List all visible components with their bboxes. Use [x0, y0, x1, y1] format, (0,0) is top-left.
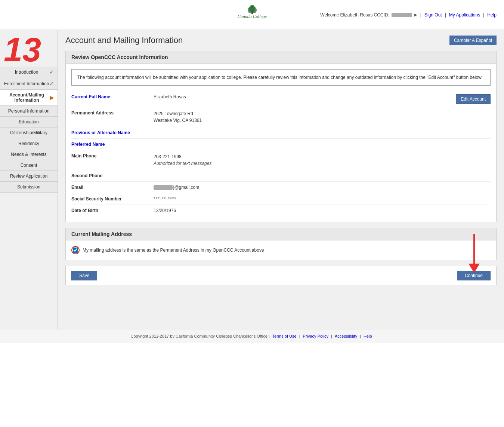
step-number: 13: [0, 30, 58, 67]
current-full-name-label: Current Full Name: [71, 94, 154, 99]
separator2: |: [445, 12, 446, 18]
welcome-text: Welcome Elizabeth Rosas CCCID:: [320, 12, 389, 18]
second-phone-label: Second Phone: [71, 173, 154, 178]
sidebar-item-citizenship-military[interactable]: Citizenship/Military: [0, 128, 58, 138]
email-masked: ██████: [154, 185, 173, 190]
permanent-address-label: Permanent Address: [71, 110, 154, 116]
current-full-name-row: Current Full Name Elizabeth Rosas Edit A…: [71, 91, 491, 107]
previous-alternate-name-label: Previous or Alternate Name: [71, 130, 154, 135]
email-domain: j@gmail.com: [173, 185, 200, 190]
mailing-checkbox[interactable]: [73, 248, 78, 253]
sidebar-item-personal-information[interactable]: Personal Information: [0, 106, 58, 117]
logo: Cañada College: [228, 3, 276, 27]
preferred-name-label: Preferred Name: [71, 142, 154, 147]
dob-row: Date of Birth 12/20/1976: [71, 205, 491, 216]
page-title: Account and Mailing Information: [65, 36, 183, 45]
checkbox-highlight-circle: [71, 246, 80, 254]
sidebar-item-education[interactable]: Education: [0, 117, 58, 128]
sidebar-item-label: Enrollment Information: [4, 81, 49, 86]
save-button[interactable]: Save: [71, 271, 97, 280]
main-phone-row: Main Phone 203-221-1998 Authorized for t…: [71, 150, 491, 170]
main-phone-value: 203-221-1998 Authorized for text message…: [154, 153, 491, 167]
cambiar-button[interactable]: Cambiar A Español: [449, 36, 497, 45]
cccid-arrow-icon: ▶: [414, 13, 417, 17]
permanent-address-value: 2625 Townsgate Rd Westlake Vlg, CA 91361: [154, 110, 491, 124]
edit-account-button[interactable]: Edit Account: [456, 94, 491, 104]
check-icon: ✓: [49, 81, 54, 87]
dob-value: 12/20/1976: [154, 208, 491, 213]
content-area: Account and Mailing Information Cambiar …: [58, 30, 504, 329]
my-applications-link[interactable]: My Applications: [449, 12, 480, 18]
terms-of-use-link[interactable]: Terms of Use: [272, 334, 297, 338]
preferred-name-link[interactable]: Preferred Name: [71, 142, 105, 147]
cccid-bar: [392, 13, 412, 17]
ssn-value: ***-**-****: [154, 196, 491, 202]
mailing-panel: Current Mailing Address My mailing addre…: [65, 228, 497, 260]
previous-alternate-name-link[interactable]: Previous or Alternate Name: [71, 130, 130, 135]
red-arrow: [465, 232, 483, 278]
sidebar-item-enrollment-information[interactable]: Enrollment Information ✓: [0, 78, 58, 90]
svg-point-4: [251, 6, 253, 8]
email-label: Email: [71, 185, 154, 190]
sidebar-item-label: Account/Mailing Information: [4, 92, 50, 103]
second-phone-row: Second Phone: [71, 170, 491, 182]
privacy-policy-link[interactable]: Privacy Policy: [303, 334, 328, 338]
sidebar-item-needs-interests[interactable]: Needs & Interests: [0, 149, 58, 160]
arrow-icon: ▶: [50, 95, 54, 101]
footer-separator2: |: [331, 334, 332, 338]
sidebar-item-label: Citizenship/Military: [4, 130, 54, 135]
current-full-name-link[interactable]: Current Full Name: [71, 94, 110, 99]
email-value: ██████ j@gmail.com: [154, 185, 491, 190]
footer-separator1: |: [299, 334, 300, 338]
ssn-row: Social Security Number ***-**-****: [71, 193, 491, 205]
footer-copyright: Copyright 2012-2017 by California Commun…: [130, 334, 269, 338]
review-panel-header: Review OpenCCC Account Information: [66, 51, 496, 64]
check-icon: ✓: [49, 69, 54, 75]
sidebar-item-label: Needs & Interests: [4, 152, 54, 157]
sidebar-item-label: Personal Information: [4, 108, 54, 114]
sidebar-item-residency[interactable]: Residency: [0, 138, 58, 149]
main-wrapper: 13 Introduction ✓ Enrollment Information…: [0, 30, 504, 329]
sidebar-item-label: Residency: [4, 141, 54, 146]
header-nav: Welcome Elizabeth Rosas CCCID: ▶ | Sign …: [320, 12, 497, 18]
sidebar-item-label: Education: [4, 119, 54, 125]
help-link[interactable]: Help: [487, 12, 497, 18]
review-panel: Review OpenCCC Account Information The f…: [65, 51, 497, 222]
address-line1: 2625 Townsgate Rd: [154, 110, 491, 117]
preferred-name-row: Preferred Name: [71, 139, 491, 150]
sidebar-item-label: Introduction: [4, 70, 49, 75]
previous-alternate-name-row: Previous or Alternate Name: [71, 127, 491, 139]
header: Cañada College Welcome Elizabeth Rosas C…: [0, 0, 504, 30]
sidebar-item-submission[interactable]: Submission: [0, 182, 58, 193]
red-arrow-svg: [465, 232, 483, 277]
accessibility-link[interactable]: Accessibility: [335, 334, 357, 338]
dob-label: Date of Birth: [71, 208, 154, 213]
mailing-panel-header: Current Mailing Address: [66, 228, 496, 240]
separator1: |: [420, 12, 421, 18]
email-row: Email ██████ j@gmail.com: [71, 182, 491, 193]
sidebar-item-consent[interactable]: Consent: [0, 160, 58, 171]
sidebar: 13 Introduction ✓ Enrollment Information…: [0, 30, 58, 329]
ssn-label: Social Security Number: [71, 196, 154, 202]
sidebar-item-label: Review Application: [4, 173, 54, 179]
sidebar-item-account-mailing[interactable]: Account/Mailing Information ▶: [0, 90, 58, 106]
sign-out-link[interactable]: Sign Out: [424, 12, 442, 18]
review-panel-body: The following account information will b…: [66, 64, 496, 222]
main-phone-label: Main Phone: [71, 153, 154, 159]
mailing-checkbox-label[interactable]: My mailing address is the same as the Pe…: [83, 248, 264, 253]
sidebar-item-label: Submission: [4, 184, 54, 190]
footer: Copyright 2012-2017 by California Commun…: [0, 329, 504, 343]
main-phone-authorized: Authorized for text messages: [154, 160, 491, 167]
sidebar-item-review-application[interactable]: Review Application: [0, 171, 58, 182]
address-line2: Westlake Vlg, CA 91361: [154, 117, 491, 124]
bottom-bar: Save Continue: [65, 266, 497, 285]
mailing-checkbox-wrapper: [71, 246, 80, 254]
footer-help-link[interactable]: Help: [364, 334, 372, 338]
separator3: |: [483, 12, 484, 18]
svg-marker-7: [469, 264, 480, 273]
main-phone-number: 203-221-1998: [154, 153, 491, 160]
permanent-address-row: Permanent Address 2625 Townsgate Rd West…: [71, 107, 491, 127]
current-full-name-value: Elizabeth Rosas: [154, 94, 456, 99]
college-logo-svg: Cañada College: [228, 3, 276, 25]
mailing-panel-body: My mailing address is the same as the Pe…: [66, 240, 496, 260]
